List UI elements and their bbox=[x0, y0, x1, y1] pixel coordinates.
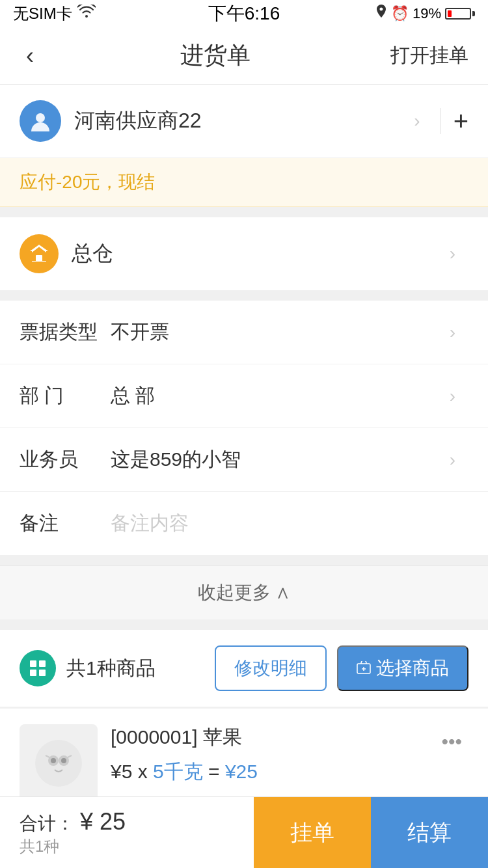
price-unit: ¥5 x bbox=[111, 761, 153, 782]
svg-rect-2 bbox=[30, 660, 36, 667]
salesrep-label: 业务员 bbox=[20, 446, 111, 473]
svg-rect-5 bbox=[39, 670, 46, 676]
department-label: 部 门 bbox=[20, 383, 111, 409]
supplier-name: 河南供应商22 bbox=[74, 107, 414, 135]
nav-bar: ‹ 进货单 打开挂单 bbox=[0, 27, 488, 85]
product-code: [0000001] bbox=[111, 726, 203, 748]
salesrep-value: 这是859的小智 bbox=[111, 446, 450, 473]
warehouse-chevron-icon: › bbox=[450, 243, 455, 264]
battery-label: 19% bbox=[413, 5, 441, 22]
notice-banner: 应付-20元，现结 bbox=[0, 158, 488, 207]
select-product-button[interactable]: 选择商品 bbox=[337, 645, 468, 691]
product-title: 苹果 bbox=[203, 726, 242, 748]
suspend-button[interactable]: 挂单 bbox=[254, 797, 371, 869]
products-header: 共1种商品 修改明细 选择商品 bbox=[0, 630, 488, 707]
status-left: 无SIM卡 bbox=[13, 3, 96, 24]
price-equals: = bbox=[208, 761, 225, 782]
form-row-department[interactable]: 部 门 总 部 › bbox=[0, 364, 488, 428]
svg-point-9 bbox=[35, 740, 82, 787]
product-thumbnail bbox=[20, 724, 98, 802]
form-row-invoice[interactable]: 票据类型 不开票 › bbox=[0, 301, 488, 364]
total-amount: ¥ 25 bbox=[80, 808, 126, 835]
invoice-chevron-icon: › bbox=[450, 322, 455, 343]
form-section: 票据类型 不开票 › 部 门 总 部 › 业务员 这是859的小智 › 备注 备… bbox=[0, 301, 488, 555]
products-icon bbox=[20, 650, 56, 686]
svg-point-0 bbox=[36, 113, 45, 122]
svg-rect-3 bbox=[39, 660, 46, 667]
supplier-avatar bbox=[20, 100, 61, 142]
add-icon[interactable]: + bbox=[454, 107, 468, 136]
svg-point-13 bbox=[61, 758, 66, 763]
note-placeholder: 备注内容 bbox=[111, 510, 468, 537]
total-row: 合计： ¥ 25 bbox=[20, 808, 234, 836]
form-row-salesrep[interactable]: 业务员 这是859的小智 › bbox=[0, 428, 488, 492]
back-button[interactable]: ‹ bbox=[20, 36, 40, 76]
status-time: 下午6:16 bbox=[208, 1, 280, 26]
product-price: ¥5 x 5千克 = ¥25 bbox=[111, 759, 435, 785]
open-pending-button[interactable]: 打开挂单 bbox=[390, 42, 468, 69]
bottom-bar: 合计： ¥ 25 共1种 挂单 结算 bbox=[0, 796, 488, 868]
edit-details-button[interactable]: 修改明细 bbox=[215, 645, 327, 691]
warehouse-name: 总仓 bbox=[72, 239, 450, 268]
chevron-right-icon: › bbox=[414, 111, 420, 131]
product-name: [0000001] 苹果 bbox=[111, 724, 435, 751]
total-count: 共1种 bbox=[20, 836, 234, 857]
form-row-note[interactable]: 备注 备注内容 bbox=[0, 492, 488, 555]
invoice-value: 不开票 bbox=[111, 319, 450, 346]
department-chevron-icon: › bbox=[450, 386, 455, 407]
status-right: ⏰ 19% bbox=[375, 5, 475, 23]
supplier-divider bbox=[440, 108, 441, 134]
invoice-label: 票据类型 bbox=[20, 319, 111, 346]
alarm-icon: ⏰ bbox=[391, 5, 409, 22]
warehouse-icon bbox=[20, 234, 59, 273]
collapse-button[interactable]: 收起更多 ∧ bbox=[0, 565, 488, 619]
price-qty: 5千克 bbox=[153, 761, 203, 782]
note-label: 备注 bbox=[20, 510, 111, 537]
battery-icon bbox=[445, 8, 475, 20]
svg-point-12 bbox=[51, 758, 56, 763]
status-bar: 无SIM卡 下午6:16 ⏰ 19% bbox=[0, 0, 488, 27]
page-title: 进货单 bbox=[180, 40, 251, 72]
total-section: 合计： ¥ 25 共1种 bbox=[0, 808, 254, 857]
products-count: 共1种商品 bbox=[66, 655, 215, 682]
wifi-icon bbox=[77, 5, 96, 23]
checkout-button[interactable]: 结算 bbox=[371, 797, 488, 869]
department-value: 总 部 bbox=[111, 383, 450, 409]
signal-label: 无SIM卡 bbox=[13, 3, 72, 24]
svg-rect-4 bbox=[30, 670, 36, 676]
svg-rect-1 bbox=[36, 255, 42, 262]
warehouse-section: 总仓 › bbox=[0, 217, 488, 290]
select-product-label: 选择商品 bbox=[376, 656, 449, 681]
product-more-button[interactable]: ••• bbox=[435, 724, 468, 759]
product-info: [0000001] 苹果 ¥5 x 5千克 = ¥25 bbox=[111, 724, 435, 785]
location-icon bbox=[375, 5, 387, 23]
price-total: ¥25 bbox=[225, 761, 258, 782]
supplier-row[interactable]: 河南供应商22 › + bbox=[0, 85, 488, 158]
supplier-section: 河南供应商22 › + 应付-20元，现结 bbox=[0, 85, 488, 207]
warehouse-row[interactable]: 总仓 › bbox=[0, 217, 488, 290]
salesrep-chevron-icon: › bbox=[450, 450, 455, 470]
total-label: 合计： bbox=[20, 813, 74, 834]
